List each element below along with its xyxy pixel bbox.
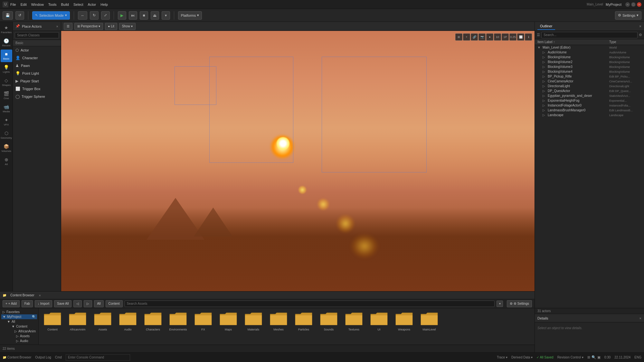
cb-tree-assets[interactable]: ▷ Assets (1, 334, 37, 339)
cb-tree-favorites[interactable]: ▷ Favorites (1, 310, 37, 314)
eject-button[interactable]: ⏏ (151, 11, 159, 20)
settings-play-button[interactable]: ▾ (162, 11, 170, 20)
cb-tree-audio[interactable]: ▷ Audio (1, 339, 37, 343)
cb-tree-all[interactable]: ▼ All (1, 319, 37, 324)
menu-window[interactable]: Window (31, 3, 44, 6)
menu-file[interactable]: File (10, 3, 16, 6)
nav-favorites[interactable]: ★ Favorites (1, 23, 12, 36)
asset-folder-sounds[interactable]: Sounds (317, 311, 340, 331)
actor-item-point-light[interactable]: 💡 Point Light (13, 70, 61, 77)
place-actors-search-input[interactable] (15, 32, 59, 38)
outliner-item-directional-light[interactable]: ▷ DirectionalLight DirectionalLight (535, 84, 644, 88)
nav-basic[interactable]: ■ Basic (1, 50, 12, 62)
asset-folder-assets[interactable]: Assets (91, 311, 114, 331)
actor-item-pawn[interactable]: ♟ Pawn (13, 62, 61, 70)
cmd-btn[interactable]: Cmd (55, 356, 62, 359)
menu-help[interactable]: Help (100, 3, 108, 6)
stop-button[interactable]: ■ (140, 11, 148, 20)
content-browser-tab-btn[interactable]: 📁 Content Browser (3, 356, 31, 359)
outliner-item-blocking-volume2[interactable]: ▷ BlockingVolume2 BlockingVolume (535, 60, 644, 64)
asset-folder-meshes[interactable]: Meshes (267, 311, 290, 331)
menu-build[interactable]: Build (61, 3, 69, 6)
undo-button[interactable]: ↺ (15, 11, 24, 20)
save-all-button[interactable]: Save All (54, 300, 71, 307)
derived-data-btn[interactable]: Derived Data ▾ (511, 356, 533, 359)
asset-folder-audio[interactable]: Audio (117, 311, 139, 331)
asset-folder-particles[interactable]: Particles (292, 311, 315, 331)
translate-button[interactable]: ↔ (78, 11, 87, 20)
maximize-button[interactable]: □ (631, 2, 636, 7)
outliner-item-landscape[interactable]: ▷ Landscape Landscape (535, 113, 644, 117)
revision-control-btn[interactable]: Revision Control ▾ (557, 356, 583, 359)
vp-maximize-btn[interactable]: ⬜ (517, 33, 524, 41)
outliner-item-main-level[interactable]: ▼ Main_Level (Editor) World (535, 45, 644, 50)
selection-mode-button[interactable]: ↖ Selection Mode ▾ (32, 11, 70, 20)
cb-breadcrumb-content[interactable]: Content (106, 300, 123, 307)
show-button[interactable]: Show ▾ (119, 23, 136, 30)
outliner-item-cine-camera[interactable]: ▷ CineCameraActor CineCameraAct... (535, 79, 644, 84)
content-browser-tab[interactable]: Content Browser (8, 293, 36, 298)
cb-settings-button[interactable]: ⚙ ⚙ Settings (507, 300, 532, 307)
outliner-item-dp-quest[interactable]: ▷ DP_QuestActor Edit DP_Quest... (535, 88, 644, 93)
vp-scale-btn[interactable]: 0.25 (509, 33, 516, 41)
cb-breadcrumb-all[interactable]: All (94, 300, 103, 307)
outliner-search-input[interactable] (541, 32, 638, 38)
outliner-tab[interactable]: Outliner (537, 23, 555, 30)
outliner-close-button[interactable]: × (639, 24, 641, 29)
asset-folder-ui[interactable]: UI (368, 311, 390, 331)
nav-volumes[interactable]: 📦 Volumes (1, 142, 12, 154)
outliner-item-instanced-foliage[interactable]: ▷ InstancedFoliageActor0 InstancedFolia.… (535, 103, 644, 108)
content-browser-search-input[interactable] (125, 301, 495, 307)
asset-folder-weapons[interactable]: Weapons (393, 311, 415, 331)
outliner-item-landmass[interactable]: ▷ LandmassBrushManager0 Edit LandmassB..… (535, 108, 644, 113)
vp-camera-btn[interactable]: 📷 (478, 33, 486, 41)
menu-tools[interactable]: Tools (48, 3, 57, 6)
outliner-bp-pickup-type[interactable]: Edit BP_Picku... (609, 75, 641, 78)
asset-folder-african-anim[interactable]: AfricanAnim (66, 311, 89, 331)
scale-button[interactable]: ⤢ (101, 11, 110, 20)
lit-button[interactable]: ● Lit (105, 23, 117, 30)
outliner-item-exp-height-fog[interactable]: ▷ ExponentialHeightFog Exponential... (535, 98, 644, 103)
vp-angle-btn[interactable]: 1P (502, 33, 509, 41)
nav-recent[interactable]: 🕐 Recent (1, 36, 12, 49)
minimize-button[interactable]: − (625, 2, 630, 7)
vp-transform-btn[interactable]: ⊞ (455, 33, 462, 41)
actor-item-player-start[interactable]: ▶ Player Start (13, 77, 61, 85)
nav-lights[interactable]: 💡 Lights (1, 63, 12, 75)
content-browser-close-button[interactable]: × (39, 293, 41, 297)
cb-tree-my-project[interactable]: ▼ MyProject 🔍 (1, 314, 37, 319)
menu-select[interactable]: Select (73, 3, 83, 6)
outliner-item-audio-volume[interactable]: ▷ AudioVolume AudioVolume (535, 50, 644, 55)
vp-grid-size-btn[interactable]: 10 (494, 33, 501, 41)
vp-info-btn[interactable]: ℹ (525, 33, 532, 41)
nav-geometry[interactable]: ⬡ Geometry (1, 129, 12, 141)
asset-folder-characters[interactable]: Characters (142, 311, 164, 331)
nav-cine[interactable]: 🎬 Cine (1, 89, 12, 102)
asset-folder-textures[interactable]: Textures (343, 311, 365, 331)
outliner-item-blocking-volume4[interactable]: ▷ BlockingVolume4 BlockingVolume (535, 69, 644, 74)
outliner-options-icon[interactable]: ⚙ (639, 33, 642, 37)
close-button[interactable]: × (637, 2, 641, 7)
output-log-btn[interactable]: Output Log (35, 356, 51, 359)
import-button[interactable]: ↓ Import (35, 300, 52, 307)
add-button[interactable]: + + Add (3, 300, 20, 307)
outliner-dp-quest-type[interactable]: Edit DP_Quest... (609, 89, 641, 93)
actor-item-trigger-box[interactable]: ⬜ Trigger Box (13, 85, 61, 93)
outliner-item-pyramids[interactable]: ▷ Egyptian_pyramids_and_deser StaticMesh… (535, 93, 644, 98)
taskbar-icon-search[interactable]: 🔍 (592, 355, 596, 359)
actor-item-trigger-sphere[interactable]: ◯ Trigger Sphere (13, 93, 61, 100)
outliner-item-blocking-volume3[interactable]: ▷ BlockingVolume3 BlockingVolume (535, 64, 644, 69)
filter-dropdown-button[interactable]: ▾ (497, 301, 503, 307)
vp-lit-btn[interactable]: ● (486, 33, 493, 41)
nav-media[interactable]: 📹 Media (1, 102, 12, 115)
asset-folder-main-level[interactable]: MainLevel (418, 311, 440, 331)
outliner-item-blocking-volume[interactable]: ▷ BlockingVolume BlockingVolume (535, 55, 644, 60)
asset-folder-materials[interactable]: Materials (242, 311, 265, 331)
save-button[interactable]: 💾 (3, 11, 13, 20)
details-close-button[interactable]: × (639, 316, 641, 320)
console-command-input[interactable] (66, 354, 130, 361)
vp-snap-btn[interactable]: 🔗 (471, 33, 478, 41)
cb-nav-back-button[interactable]: ◁ (73, 300, 82, 307)
project-search-icon[interactable]: 🔍 (32, 315, 36, 319)
skip-button[interactable]: ⏭ (129, 11, 137, 20)
